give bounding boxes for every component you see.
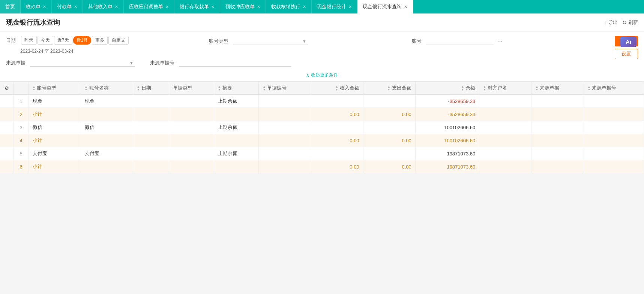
account-type-select[interactable]	[233, 37, 308, 45]
td-income: 0.00	[311, 108, 363, 121]
nav-item-prepay-offset[interactable]: 预收冲应收单 ✕	[220, 0, 266, 13]
th-doc-no[interactable]: ▲▼单据编号	[259, 82, 311, 95]
sort-icon: ▲▼	[387, 85, 390, 91]
close-icon[interactable]: ✕	[348, 4, 352, 9]
th-income[interactable]: ▲▼收入金额	[311, 82, 363, 95]
td-source-doc	[531, 134, 584, 147]
close-icon[interactable]: ✕	[165, 4, 169, 9]
close-icon[interactable]: ✕	[404, 4, 407, 9]
td-summary: 上期余额	[214, 147, 259, 160]
td-counterpart	[479, 108, 531, 121]
td-expense: 0.00	[363, 160, 415, 173]
td-doc-no	[259, 160, 311, 173]
td-summary: 上期余额	[214, 121, 259, 134]
collapse-up-icon: ∧	[306, 73, 309, 78]
table-row[interactable]: 1 现金 现金 上期余额 -3528659.33	[0, 95, 644, 108]
date-btn-1month[interactable]: 近1月	[73, 36, 92, 45]
table-row[interactable]: 5 支付宝 支付宝 上期余额 19871073.60	[0, 147, 644, 160]
close-icon[interactable]: ✕	[303, 4, 306, 9]
settings-button[interactable]: 设置	[615, 49, 638, 59]
close-icon[interactable]: ✕	[257, 4, 260, 9]
ai-badge[interactable]: Ai	[620, 36, 636, 47]
td-row-num: 6	[14, 160, 29, 173]
td-source-doc-no	[584, 147, 644, 160]
account-no-input[interactable]	[426, 37, 494, 45]
close-icon[interactable]: ✕	[115, 4, 118, 9]
td-gear	[0, 108, 14, 121]
sort-icon: ▲▼	[461, 85, 464, 91]
date-btn-today[interactable]: 今天	[38, 36, 53, 45]
td-counterpart	[479, 147, 531, 160]
close-icon[interactable]: ✕	[43, 4, 46, 9]
nav-item-bank-deposit[interactable]: 银行存取款单 ✕	[174, 0, 220, 13]
filter-area: 日期 昨天 今天 近7天 近1月 更多 自定义 2023-02-24 至 202…	[0, 31, 644, 82]
date-options: 昨天 今天 近7天 近1月 更多 自定义	[21, 36, 129, 45]
table-row[interactable]: 6 小计 0.00 0.00 19871073.60	[0, 160, 644, 173]
collapse-filter-bar[interactable]: ∧ 收起更多条件	[6, 70, 638, 81]
td-counterpart	[479, 160, 531, 173]
date-btn-more[interactable]: 更多	[92, 36, 108, 45]
nav-item-bank-flow[interactable]: 现金银行流水查询 ✕	[357, 0, 413, 13]
nav-item-receipt[interactable]: 收款单 ✕	[21, 0, 52, 13]
td-balance: -3528659.33	[415, 108, 479, 121]
sort-icon: ▲▼	[33, 85, 36, 91]
nav-item-other-income[interactable]: 其他收入单 ✕	[83, 0, 124, 13]
nav-item-home[interactable]: 首页	[0, 0, 21, 13]
sort-icon: ▲▼	[483, 85, 486, 91]
td-doc-no	[259, 147, 311, 160]
account-type-select-wrapper: ▼	[233, 37, 308, 45]
source-doc-no-input[interactable]	[179, 59, 291, 67]
td-expense: 0.00	[363, 108, 415, 121]
filter-row-2: 来源单据 ▼ 来源单据号	[6, 59, 638, 67]
table-row[interactable]: 4 小计 0.00 0.00 100102606.60	[0, 134, 644, 147]
date-btn-yesterday[interactable]: 昨天	[21, 36, 37, 45]
td-row-num: 4	[14, 134, 29, 147]
td-source-doc	[531, 108, 584, 121]
th-source-doc[interactable]: ▲▼来源单据	[531, 82, 584, 95]
th-account-name[interactable]: ▲▼账号名称	[81, 82, 133, 95]
th-gear[interactable]: ⚙	[0, 82, 14, 95]
td-summary	[214, 160, 259, 173]
date-btn-7days[interactable]: 近7天	[54, 36, 72, 45]
td-source-doc	[531, 160, 584, 173]
td-row-num: 5	[14, 147, 29, 160]
nav-item-receipt-verify[interactable]: 收款核销执行 ✕	[266, 0, 312, 13]
nav-item-ap-adjust[interactable]: 应收应付调整单 ✕	[124, 0, 174, 13]
th-source-doc-no[interactable]: ▲▼来源单据号	[584, 82, 644, 95]
sort-icon: ▲▼	[535, 85, 538, 91]
td-summary: 上期余额	[214, 95, 259, 108]
td-counterpart	[479, 121, 531, 134]
th-date[interactable]: ▲▼日期	[133, 82, 169, 95]
th-counterpart[interactable]: ▲▼对方户名	[479, 82, 531, 95]
table-row[interactable]: 3 微信 微信 上期余额 100102606.60	[0, 121, 644, 134]
th-expense[interactable]: ▲▼支出金额	[363, 82, 415, 95]
account-no-more-icon[interactable]: ···	[496, 38, 504, 45]
td-expense	[363, 147, 415, 160]
td-date	[133, 134, 169, 147]
td-gear	[0, 147, 14, 160]
td-account-name	[81, 108, 133, 121]
td-account-type: 小计	[29, 108, 81, 121]
refresh-button[interactable]: ↻ 刷新	[622, 19, 638, 26]
source-doc-select[interactable]	[30, 59, 135, 67]
close-icon[interactable]: ✕	[74, 4, 77, 9]
th-summary[interactable]: ▲▼摘要	[214, 82, 259, 95]
nav-item-bank-stats[interactable]: 现金银行统计 ✕	[312, 0, 357, 13]
export-button[interactable]: ↑ 导出	[604, 19, 618, 26]
sort-icon: ▲▼	[137, 85, 140, 91]
td-doc-type	[169, 121, 214, 134]
td-source-doc-no	[584, 95, 644, 108]
table-row[interactable]: 2 小计 0.00 0.00 -3528659.33	[0, 108, 644, 121]
td-row-num: 3	[14, 121, 29, 134]
td-doc-no	[259, 134, 311, 147]
sort-icon: ▲▼	[588, 85, 591, 91]
td-gear	[0, 95, 14, 108]
source-doc-no-label: 来源单据号	[150, 60, 174, 66]
date-btn-custom[interactable]: 自定义	[108, 36, 129, 45]
td-account-name: 现金	[81, 95, 133, 108]
th-account-type[interactable]: ▲▼账号类型	[29, 82, 81, 95]
td-gear	[0, 121, 14, 134]
nav-item-payment[interactable]: 付款单 ✕	[52, 0, 83, 13]
close-icon[interactable]: ✕	[211, 4, 215, 9]
th-balance[interactable]: ▲▼余额	[415, 82, 479, 95]
